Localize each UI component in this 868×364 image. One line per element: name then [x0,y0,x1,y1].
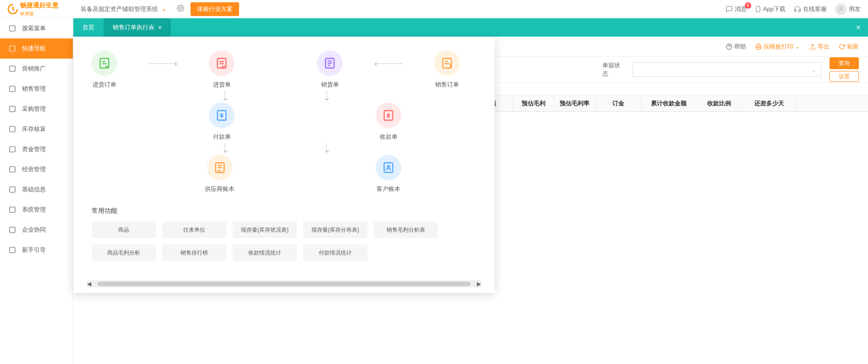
app-download-link[interactable]: App下载 [755,5,786,13]
sidebar: 搜索菜单快捷导航营销推广销售管理采购管理库存核算资金管理经营管理基础信息系统管理… [0,18,73,364]
common-btn-1[interactable]: 往来单位 [162,222,226,238]
svg-rect-14 [10,227,15,233]
table-col-4[interactable]: 预估毛利率 [554,95,595,111]
node-sales-order[interactable]: 销售订单 [434,50,460,89]
sidebar-item-8[interactable]: 基础信息 [0,179,73,200]
settings-button[interactable]: 设置 [830,71,859,82]
chart-icon [8,165,16,174]
arrow-icon [224,143,225,152]
table-col-6[interactable]: 累计收款金额 [641,95,696,111]
print-template-button[interactable]: 按模板打印 ⌄ [755,43,800,51]
common-btn-4[interactable]: 销售毛利分析表 [374,222,438,238]
scroll-right-icon[interactable]: ▶ [477,281,481,287]
online-service-label: 在线客服 [803,5,827,13]
scroll-track[interactable] [98,282,470,286]
svg-rect-4 [10,26,15,31]
sidebar-label: 系统管理 [22,206,46,214]
box-icon [8,125,16,133]
sidebar-item-7[interactable]: 经营管理 [0,159,73,179]
sidebar-item-11[interactable]: 新手引导 [0,240,73,260]
table-col-5[interactable]: 订金 [595,95,641,111]
list-icon [323,57,336,70]
svg-rect-6 [10,66,15,71]
refresh-label: 刷新 [847,43,859,51]
tab-bar-close-icon[interactable]: × [848,23,868,33]
sidebar-item-5[interactable]: 库存核算 [0,119,73,139]
node-receipt[interactable]: 收款单 [317,103,460,141]
search-icon [8,24,16,33]
common-btn-3[interactable]: 现存量(库存分布表) [303,222,367,238]
tab-sales-order-exec[interactable]: 销售订单执行表 × [104,18,171,37]
common-btn-5[interactable]: 商品毛利分析 [92,244,156,261]
svg-rect-9 [10,126,15,132]
common-btn-2[interactable]: 现存量(库存状况表) [233,222,297,238]
table-col-3[interactable]: 预估毛利 [513,95,554,111]
avatar-icon [835,3,847,15]
doc-icon [215,57,228,70]
refresh-button[interactable]: 刷新 [839,43,859,51]
app-download-label: App下载 [763,5,786,13]
node-payment[interactable]: 付款单 [209,103,235,141]
print-label: 按模板打印 [764,43,793,51]
common-btn-0[interactable]: 商品 [92,222,156,238]
sidebar-item-10[interactable]: 企业协同 [0,220,73,240]
system-selector[interactable]: 装备及固定资产辅助管理系统 ⌄ [81,5,170,13]
node-label: 付款单 [213,133,231,141]
node-label: 客户账本 [377,185,400,193]
experience-button[interactable]: 体验行业方案 [191,2,239,16]
svg-point-32 [388,165,390,168]
status-select[interactable]: ⌄ [633,62,821,77]
user-menu[interactable]: 用友 [835,3,861,15]
sidebar-item-4[interactable]: 采购管理 [0,99,73,119]
common-btn-6[interactable]: 销售排行榜 [162,244,226,261]
gear-icon [8,206,16,214]
sidebar-label: 经营管理 [22,165,46,174]
person-ledger-icon [382,161,395,174]
user-label: 用友 [849,5,861,13]
common-functions-title: 常用功能 [92,207,476,215]
common-btn-8[interactable]: 付款情况统计 [303,244,367,261]
arrow-icon [326,91,327,100]
sidebar-item-9[interactable]: 系统管理 [0,200,73,220]
common-functions-grid: 商品往来单位现存量(库存状况表)现存量(库存分布表)销售毛利分析表商品毛利分析销… [92,222,476,261]
logo: 畅捷通好生意 标准版 [7,1,71,17]
sidebar-item-1[interactable]: 快捷导航 [0,38,73,59]
online-service-link[interactable]: 在线客服 [794,5,827,13]
arrow-icon [375,63,402,64]
headset-icon [794,5,801,13]
table-col-8[interactable]: 还差多少天 [742,95,797,111]
sidebar-label: 基础信息 [22,185,46,194]
message-link[interactable]: 消息 6 [726,5,747,13]
node-purchase[interactable]: 进货单 [209,50,235,89]
sidebar-label: 库存核算 [22,125,46,133]
node-supplier-ledger[interactable]: 供应商账本 [205,155,235,193]
common-btn-7[interactable]: 收款情况统计 [233,244,297,261]
node-label: 销售订单 [435,81,459,89]
scroll-left-icon[interactable]: ◀ [87,281,91,287]
gear-icon[interactable] [177,5,184,13]
doc-out-icon [441,57,453,70]
wallet-icon [8,145,16,153]
sidebar-item-3[interactable]: 销售管理 [0,79,73,99]
help-link[interactable]: 帮助 [726,43,746,51]
node-sales[interactable]: 销货单 [317,50,343,89]
panel-scrollbar[interactable]: ◀ ▶ [87,280,481,288]
svg-rect-5 [10,46,15,51]
tab-home[interactable]: 首页 [73,18,104,37]
node-label: 收款单 [380,133,398,141]
node-customer-ledger[interactable]: 客户账本 [317,155,460,193]
svg-rect-12 [10,187,15,192]
refresh-icon [839,43,845,50]
export-button[interactable]: 导出 [809,43,830,51]
building-icon [8,226,16,234]
arrow-icon [224,91,225,100]
sidebar-item-2[interactable]: 营销推广 [0,59,73,79]
node-purchase-order[interactable]: 进货订单 [92,50,117,89]
sidebar-item-6[interactable]: 资金管理 [0,139,73,159]
close-icon[interactable]: × [158,24,162,31]
sidebar-item-0[interactable]: 搜索菜单 [0,18,73,38]
table-col-7[interactable]: 收款比例 [696,95,742,111]
money-icon [382,109,395,122]
export-label: 导出 [818,43,830,51]
query-button[interactable]: 查询 [830,57,859,69]
